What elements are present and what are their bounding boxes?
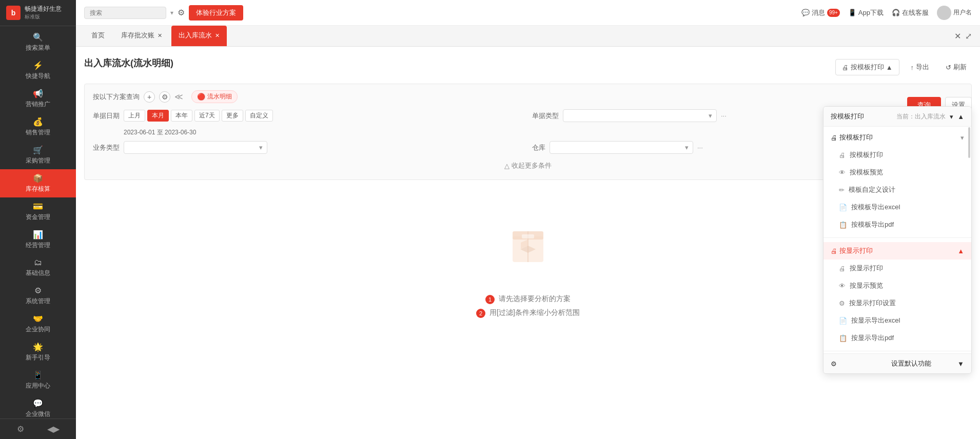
- tab-home[interactable]: 首页: [84, 26, 112, 46]
- bill-type-more-icon[interactable]: ···: [721, 112, 727, 119]
- export-label: 导出: [916, 63, 929, 72]
- sidebar-item-quick-nav[interactable]: ⚡ 快捷导航: [0, 56, 76, 85]
- dropdown-display-section: 🖨 按显示打印 ▲ 🖨 按显示打印 👁 按显示预览: [824, 240, 971, 349]
- template-preview-icon: 👁: [839, 169, 846, 176]
- sidebar-item-system[interactable]: ⚙ 系统管理: [0, 282, 76, 310]
- date-btn-this-month[interactable]: 本月: [147, 110, 169, 122]
- filter-tag: 🔴 流水明细: [191, 90, 238, 103]
- topbar-search-input[interactable]: [84, 7, 166, 19]
- tab-flow-close[interactable]: ✕: [215, 32, 220, 39]
- warehouse-more-icon[interactable]: ···: [697, 144, 703, 151]
- app-download-item[interactable]: 📱 App下载: [848, 8, 884, 17]
- message-badge: 99+: [827, 9, 840, 17]
- dropdown-item-display-preview[interactable]: 👁 按显示预览: [824, 277, 971, 294]
- template-custom-icon: ✏: [839, 186, 845, 194]
- refresh-button[interactable]: ↺ 刷新: [940, 59, 972, 75]
- dropdown-item-display-print[interactable]: 🖨 按显示打印: [824, 260, 971, 277]
- dropdown-item-template-excel[interactable]: 📄 按模板导出excel: [824, 198, 971, 216]
- date-filter-field: 单据日期 上月 本月 本年 近7天 更多 自定义: [93, 110, 524, 122]
- sidebar-settings-icon[interactable]: ⚙: [17, 424, 24, 434]
- sidebar-item-operations[interactable]: 📊 经营管理: [0, 226, 76, 254]
- tab-batch-account-close[interactable]: ✕: [158, 32, 162, 39]
- sidebar-item-inventory[interactable]: 📦 库存核算: [0, 169, 76, 197]
- dropdown-footer-icon: ⚙: [831, 360, 837, 368]
- date-btn-last-7[interactable]: 近7天: [194, 110, 220, 122]
- dropdown-item-template-print[interactable]: 🖨 按模板打印: [824, 146, 971, 164]
- sidebar-item-label: 采购管理: [26, 156, 50, 165]
- display-print-icon: 🖨: [839, 265, 846, 272]
- dropdown-close-icon[interactable]: ▲: [957, 113, 964, 121]
- user-avatar-item[interactable]: 用户名: [937, 6, 972, 20]
- sidebar-item-label: 销售管理: [26, 128, 50, 137]
- collapse-icon: △: [504, 162, 509, 170]
- user-avatar: [937, 6, 951, 20]
- template-print-label: 按模板打印: [851, 63, 884, 72]
- template-excel-icon: 📄: [839, 204, 847, 211]
- dropdown-footer[interactable]: ⚙ 设置默认功能 ▼: [824, 353, 971, 373]
- warehouse-select[interactable]: ▾: [550, 141, 693, 154]
- display-pdf-icon: 📋: [839, 334, 847, 342]
- dropdown-scrollbar[interactable]: [968, 127, 970, 158]
- sidebar-item-purchase[interactable]: 🛒 采购管理: [0, 141, 76, 169]
- business-type-select[interactable]: ▾: [124, 141, 267, 154]
- export-button[interactable]: ↑ 导出: [906, 59, 935, 75]
- app-center-icon: 📱: [33, 370, 43, 380]
- online-service-item[interactable]: 🎧 在线客服: [892, 8, 929, 17]
- dropdown-title: 按模板打印: [831, 112, 864, 121]
- date-btn-more[interactable]: 更多: [222, 110, 243, 122]
- dropdown-footer-caret: ▼: [957, 360, 964, 368]
- empty-step-1: 1 请先选择要分析的方案: [485, 294, 571, 304]
- dropdown-item-template-custom[interactable]: ✏ 模板自定义设计: [824, 181, 971, 198]
- dropdown-item-display-excel[interactable]: 📄 按显示导出excel: [824, 312, 971, 329]
- message-icon: 💬: [801, 9, 810, 16]
- dropdown-template-section: 🖨 按模板打印 ▾ 🖨 按模板打印 👁 按模板预览: [824, 127, 971, 235]
- trial-button[interactable]: 体验行业方案: [189, 5, 243, 21]
- dropdown-display-section-header[interactable]: 🖨 按显示打印 ▲: [824, 242, 971, 260]
- template-section-caret: ▾: [961, 134, 964, 142]
- dropdown-footer-label: 设置默认功能: [891, 359, 931, 368]
- dropdown-item-template-pdf[interactable]: 📋 按模板导出pdf: [824, 216, 971, 233]
- user-name: 用户名: [953, 8, 972, 17]
- tab-flow[interactable]: 出入库流水 ✕: [171, 26, 227, 46]
- date-shortcuts: 上月 本月 本年 近7天 更多 自定义: [124, 110, 273, 122]
- sidebar-item-wechat[interactable]: 💬 企业微信: [0, 394, 76, 418]
- display-section-label: 按显示打印: [839, 246, 873, 255]
- sidebar-item-marketing[interactable]: 📢 营销推广: [0, 85, 76, 113]
- tab-batch-account[interactable]: 库存批次账 ✕: [114, 26, 169, 46]
- filter-search-label: 按以下方案查询: [93, 92, 140, 102]
- tab-close-all-icon[interactable]: ✕: [954, 31, 961, 41]
- filter-settings-button[interactable]: ⚙: [159, 91, 170, 103]
- template-print-button[interactable]: 🖨 按模板打印 ▲: [835, 59, 899, 75]
- sidebar-item-app-center[interactable]: 📱 应用中心: [0, 366, 76, 394]
- display-pdf-label: 按显示导出pdf: [851, 333, 894, 343]
- tab-expand-icon[interactable]: ⤢: [965, 31, 972, 41]
- sidebar-item-guide[interactable]: 🌟 新手引导: [0, 338, 76, 366]
- sidebar-item-enterprise[interactable]: 🤝 企业协同: [0, 310, 76, 338]
- dropdown-item-display-pdf[interactable]: 📋 按显示导出pdf: [824, 329, 971, 347]
- sidebar-item-label: 搜索菜单: [26, 44, 50, 52]
- dropdown-item-template-preview[interactable]: 👁 按模板预览: [824, 164, 971, 181]
- template-print-caret: ▲: [886, 64, 893, 71]
- sidebar-collapse-icon[interactable]: ◀▶: [47, 424, 60, 434]
- sidebar-item-sales[interactable]: 💰 销售管理: [0, 113, 76, 141]
- date-btn-this-year[interactable]: 本年: [171, 110, 192, 122]
- sidebar-item-basics[interactable]: 🗂 基础信息: [0, 254, 76, 282]
- topbar-dropdown-arrow[interactable]: ▾: [170, 9, 173, 16]
- dropdown-item-display-settings[interactable]: ⚙ 按显示打印设置: [824, 294, 971, 312]
- svg-rect-3: [522, 234, 534, 238]
- online-service-label: 在线客服: [902, 8, 929, 17]
- dropdown-sublabel: 当前：出入库流水: [896, 112, 946, 121]
- filter-collapse-arrow[interactable]: ≪: [174, 92, 183, 102]
- date-btn-last-month[interactable]: 上月: [124, 110, 145, 122]
- message-item[interactable]: 💬 消息 99+: [801, 8, 840, 17]
- sidebar-item-search-menu[interactable]: 🔍 搜索菜单: [0, 28, 76, 56]
- sidebar-item-finance[interactable]: 💳 资金管理: [0, 197, 76, 226]
- topbar-gear-icon[interactable]: ⚙: [178, 8, 185, 17]
- template-print-item-label: 按模板打印: [850, 150, 883, 159]
- bill-type-select[interactable]: ▾: [563, 109, 717, 122]
- business-type-label: 业务类型: [93, 143, 120, 152]
- dropdown-template-section-header[interactable]: 🖨 按模板打印 ▾: [824, 129, 971, 146]
- date-btn-custom[interactable]: 自定义: [245, 110, 273, 122]
- tabs-bar: 首页 库存批次账 ✕ 出入库流水 ✕ ✕ ⤢: [76, 26, 980, 47]
- filter-add-button[interactable]: +: [144, 91, 155, 103]
